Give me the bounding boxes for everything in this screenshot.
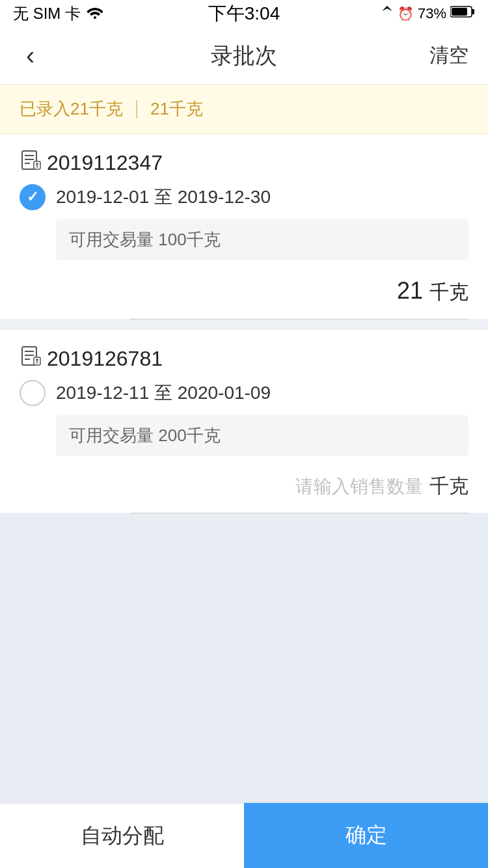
gray-area: [0, 513, 488, 803]
svg-rect-2: [472, 9, 474, 14]
batch1-qty-unit: 千克: [429, 279, 468, 306]
bottom-bar: 自动分配 确定: [0, 803, 488, 868]
banner-divider: [136, 100, 137, 118]
status-left: 无 SIM 卡: [13, 3, 104, 24]
batch2-availability: 可用交易量 200千克: [56, 415, 468, 456]
batch2-doc-icon: [20, 346, 42, 372]
page-title: 录批次: [211, 41, 277, 71]
location-icon: [381, 5, 394, 23]
batch1-card: 2019112347 2019-12-01 至 2019-12-30 可用交易量…: [0, 134, 488, 271]
recorded-value: 21千克: [150, 98, 203, 120]
batch1-qty-number: 21: [397, 277, 423, 305]
batch2-header: 2019126781: [20, 346, 468, 372]
section-divider: [0, 319, 488, 330]
batch2-select-row[interactable]: 2019-12-11 至 2020-01-09: [20, 380, 468, 406]
battery-percent: 73%: [418, 5, 446, 22]
batch1-doc-icon: [20, 150, 42, 176]
batch2-card: 2019126781 2019-12-11 至 2020-01-09 可用交易量…: [0, 330, 488, 467]
carrier-label: 无 SIM 卡: [13, 3, 81, 24]
batch2-input-placeholder: 请输入销售数量: [295, 474, 423, 499]
nav-bar: ‹ 录批次 清空: [0, 27, 488, 85]
batch1-radio[interactable]: [20, 184, 46, 210]
wifi-icon: [86, 5, 104, 23]
alarm-icon: ⏰: [398, 6, 414, 21]
batch1-date-range: 2019-12-01 至 2019-12-30: [56, 185, 271, 210]
auto-distribute-button[interactable]: 自动分配: [0, 803, 244, 868]
svg-point-0: [94, 16, 96, 19]
batch1-select-row[interactable]: 2019-12-01 至 2019-12-30: [20, 184, 468, 210]
batch1-header: 2019112347: [20, 150, 468, 176]
batch2-input-row[interactable]: 请输入销售数量 千克: [0, 467, 488, 513]
batch1-number: 2019112347: [47, 151, 163, 175]
back-button[interactable]: ‹: [20, 34, 41, 77]
svg-rect-3: [452, 8, 467, 16]
status-bar: 无 SIM 卡 下午3:04 ⏰ 73%: [0, 0, 488, 27]
batch1-quantity-row: 21 千克: [0, 271, 488, 319]
batch2-input-unit: 千克: [429, 473, 468, 500]
batch2-number: 2019126781: [47, 347, 163, 371]
status-time: 下午3:04: [208, 1, 280, 26]
batch2-radio[interactable]: [20, 380, 46, 406]
batch1-availability: 可用交易量 100千克: [56, 219, 468, 260]
battery-icon: [450, 5, 475, 22]
confirm-button[interactable]: 确定: [244, 803, 488, 868]
clear-button[interactable]: 清空: [429, 42, 468, 69]
status-right: ⏰ 73%: [381, 5, 475, 23]
batch2-date-range: 2019-12-11 至 2020-01-09: [56, 381, 271, 405]
recorded-label: 已录入21千克: [20, 98, 123, 120]
info-banner: 已录入21千克 21千克: [0, 85, 488, 134]
